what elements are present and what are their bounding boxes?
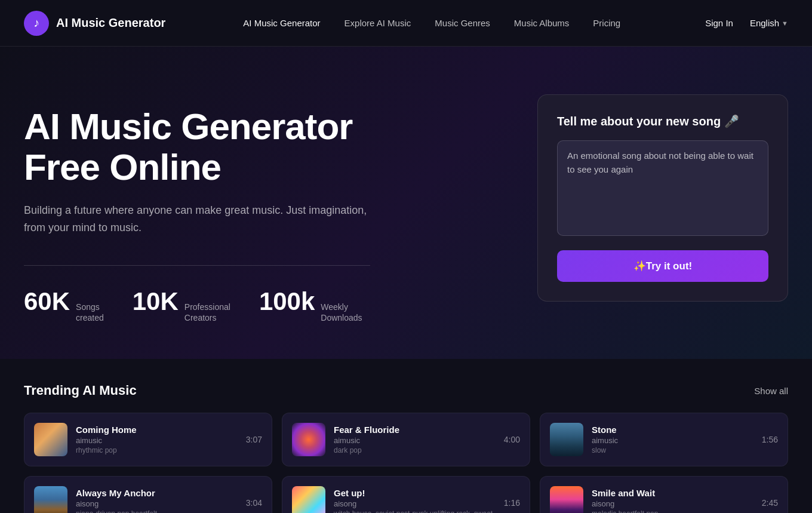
hero-divider bbox=[24, 265, 370, 266]
music-card[interactable]: Coming Home aimusic rhythmic pop 3:07 bbox=[24, 413, 272, 466]
music-grid: Coming Home aimusic rhythmic pop 3:07 Fe… bbox=[24, 413, 788, 513]
sign-in-button[interactable]: Sign In bbox=[698, 13, 740, 33]
music-genre: dark pop bbox=[334, 446, 496, 454]
stat-downloads: 100k Weekly Downloads bbox=[259, 287, 362, 323]
music-name: Coming Home bbox=[76, 425, 238, 435]
music-duration: 2:45 bbox=[762, 498, 778, 508]
music-source: aisong bbox=[76, 499, 238, 508]
music-info: Fear & Fluoride aimusic dark pop bbox=[334, 425, 496, 454]
music-info: Stone aimusic slow bbox=[592, 425, 753, 454]
music-info: Get up! aisong witch house, soviet post-… bbox=[334, 488, 496, 513]
stat-downloads-number: 100k bbox=[259, 287, 315, 316]
nav-link-albums[interactable]: Music Albums bbox=[505, 13, 579, 33]
show-all-button[interactable]: Show all bbox=[754, 386, 788, 396]
hero-section: AI Music Generator Free Online Building … bbox=[0, 47, 812, 359]
trending-section: Trending AI Music Show all Coming Home a… bbox=[0, 359, 812, 513]
stat-songs: 60K Songs created bbox=[24, 287, 104, 323]
try-it-out-button[interactable]: ✨Try it out! bbox=[557, 250, 768, 282]
lang-label: English bbox=[750, 18, 779, 28]
music-genre: rhythmic pop bbox=[76, 446, 238, 454]
stat-creators-number: 10K bbox=[133, 287, 179, 316]
music-name: Get up! bbox=[334, 488, 496, 498]
music-name: Smile and Wait bbox=[592, 488, 753, 498]
music-duration: 1:16 bbox=[504, 498, 520, 508]
hero-left: AI Music Generator Free Online Building … bbox=[24, 94, 370, 323]
stat-downloads-label: Weekly Downloads bbox=[321, 302, 362, 323]
music-duration: 1:56 bbox=[762, 435, 778, 444]
hero-title: AI Music Generator Free Online bbox=[24, 106, 370, 188]
music-source: aimusic bbox=[334, 436, 496, 445]
music-info: Always My Anchor aisong piano-driven pop… bbox=[76, 488, 238, 513]
nav-logo[interactable]: ♪ AI Music Generator bbox=[24, 11, 165, 36]
music-thumbnail bbox=[292, 486, 325, 513]
music-thumbnail bbox=[292, 423, 325, 456]
stat-songs-label: Songs created bbox=[76, 302, 104, 323]
stat-creators: 10K Professional Creators bbox=[133, 287, 230, 323]
nav-link-explore[interactable]: Explore AI Music bbox=[335, 13, 421, 33]
music-thumbnail bbox=[550, 423, 583, 456]
nav-right: Sign In English ▼ bbox=[698, 13, 788, 33]
trending-header: Trending AI Music Show all bbox=[24, 383, 788, 398]
nav-link-pricing[interactable]: Pricing bbox=[583, 13, 630, 33]
trending-title: Trending AI Music bbox=[24, 383, 137, 398]
music-genre: slow bbox=[592, 446, 753, 454]
music-card[interactable]: Stone aimusic slow 1:56 bbox=[540, 413, 788, 466]
music-name: Stone bbox=[592, 425, 753, 435]
music-name: Always My Anchor bbox=[76, 488, 238, 498]
logo-icon: ♪ bbox=[24, 11, 49, 36]
music-duration: 4:00 bbox=[504, 435, 520, 444]
music-thumbnail bbox=[34, 423, 67, 456]
song-description-input[interactable] bbox=[557, 140, 768, 236]
language-button[interactable]: English ▼ bbox=[750, 18, 788, 28]
music-thumbnail bbox=[550, 486, 583, 513]
nav-link-ai-music-generator[interactable]: AI Music Generator bbox=[233, 13, 330, 33]
music-source: aisong bbox=[592, 499, 753, 508]
nav-link-genres[interactable]: Music Genres bbox=[425, 13, 500, 33]
nav-links: AI Music Generator Explore AI Music Musi… bbox=[233, 13, 630, 33]
music-genre: melodic heartfelt pop bbox=[592, 509, 753, 513]
music-genre: piano-driven pop heartfelt bbox=[76, 509, 238, 513]
stat-creators-label: Professional Creators bbox=[184, 302, 230, 323]
chevron-down-icon: ▼ bbox=[782, 20, 788, 27]
hero-stats: 60K Songs created 10K Professional Creat… bbox=[24, 287, 370, 323]
music-card[interactable]: Fear & Fluoride aimusic dark pop 4:00 bbox=[282, 413, 530, 466]
navbar: ♪ AI Music Generator AI Music Generator … bbox=[0, 0, 812, 47]
music-source: aimusic bbox=[592, 436, 753, 445]
music-thumbnail bbox=[34, 486, 67, 513]
music-card[interactable]: Get up! aisong witch house, soviet post-… bbox=[282, 476, 530, 513]
music-duration: 3:07 bbox=[246, 435, 262, 444]
song-card: Tell me about your new song 🎤 ✨Try it ou… bbox=[537, 94, 788, 302]
hero-subtitle: Building a future where anyone can make … bbox=[24, 202, 370, 236]
music-info: Smile and Wait aisong melodic heartfelt … bbox=[592, 488, 753, 513]
music-name: Fear & Fluoride bbox=[334, 425, 496, 435]
music-source: aimusic bbox=[76, 436, 238, 445]
logo-text: AI Music Generator bbox=[56, 16, 165, 30]
music-info: Coming Home aimusic rhythmic pop bbox=[76, 425, 238, 454]
music-genre: witch house, soviet post-punk,uplifting,… bbox=[334, 509, 496, 513]
stat-songs-number: 60K bbox=[24, 287, 70, 316]
music-card[interactable]: Always My Anchor aisong piano-driven pop… bbox=[24, 476, 272, 513]
music-source: aisong bbox=[334, 499, 496, 508]
song-card-title: Tell me about your new song 🎤 bbox=[557, 114, 768, 128]
music-duration: 3:04 bbox=[246, 498, 262, 508]
music-card[interactable]: Smile and Wait aisong melodic heartfelt … bbox=[540, 476, 788, 513]
